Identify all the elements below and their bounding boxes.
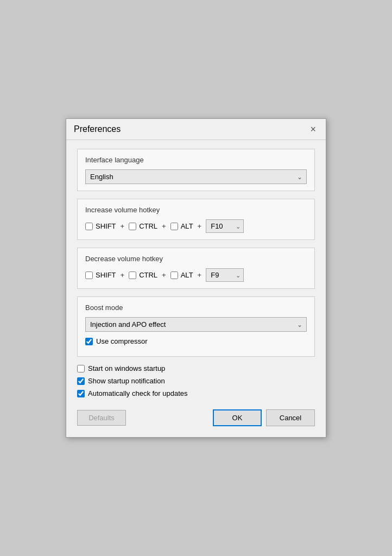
start-on-startup-label[interactable]: Start on windows startup: [77, 364, 315, 372]
decrease-ctrl-checkbox[interactable]: [129, 271, 136, 279]
auto-check-updates-checkbox[interactable]: [77, 390, 85, 397]
use-compressor-checkbox[interactable]: [85, 338, 93, 345]
boost-mode-section: Boost mode Injection and APO effect Inje…: [77, 296, 315, 357]
increase-ctrl-checkbox-label[interactable]: CTRL: [129, 222, 157, 230]
dialog-content: Interface language English French German…: [66, 140, 326, 437]
increase-plus1: +: [121, 222, 125, 230]
button-row: Defaults OK Cancel: [77, 405, 315, 428]
ok-button[interactable]: OK: [213, 409, 262, 426]
language-select-wrapper: English French German Spanish Russian ⌄: [85, 169, 307, 184]
preferences-dialog: Preferences × Interface language English…: [66, 118, 326, 438]
auto-check-updates-text: Automatically check for updates: [88, 389, 188, 397]
increase-shift-checkbox[interactable]: [85, 223, 93, 230]
language-select[interactable]: English French German Spanish Russian: [85, 169, 307, 184]
use-compressor-text: Use compressor: [96, 337, 148, 345]
decrease-alt-text: ALT: [181, 271, 193, 279]
decrease-shift-checkbox-label[interactable]: SHIFT: [85, 271, 116, 279]
decrease-volume-hotkey-row: SHIFT + CTRL + ALT + F1F2F3F4 F5F6F7F8: [85, 268, 307, 282]
auto-check-updates-label[interactable]: Automatically check for updates: [77, 389, 315, 397]
decrease-plus3: +: [198, 271, 202, 279]
decrease-plus1: +: [121, 271, 125, 279]
close-button[interactable]: ×: [308, 124, 318, 134]
increase-key-select[interactable]: F1F2F3F4 F5F6F7F8 F9F10F11F12: [206, 219, 244, 233]
increase-plus3: +: [198, 222, 202, 230]
decrease-volume-section: Decrease volume hotkey SHIFT + CTRL + AL…: [77, 248, 315, 289]
decrease-key-select[interactable]: F1F2F3F4 F5F6F7F8 F9F10F11F12: [206, 268, 244, 282]
increase-volume-section: Increase volume hotkey SHIFT + CTRL + AL…: [77, 199, 315, 240]
boost-mode-select-wrapper: Injection and APO effect Injection only …: [85, 317, 307, 332]
increase-alt-text: ALT: [181, 222, 193, 230]
dialog-title: Preferences: [74, 124, 121, 134]
standalone-checkboxes-group: Start on windows startup Show startup no…: [77, 364, 315, 397]
increase-alt-checkbox-label[interactable]: ALT: [170, 222, 193, 230]
increase-volume-hotkey-row: SHIFT + CTRL + ALT + F1F2F3F4 F5F6F7F8: [85, 219, 307, 233]
boost-mode-label: Boost mode: [85, 304, 307, 312]
increase-ctrl-text: CTRL: [139, 222, 157, 230]
decrease-key-select-wrapper: F1F2F3F4 F5F6F7F8 F9F10F11F12 ⌄: [206, 268, 244, 282]
show-notification-checkbox[interactable]: [77, 377, 85, 385]
show-notification-label[interactable]: Show startup notification: [77, 377, 315, 385]
boost-mode-select[interactable]: Injection and APO effect Injection only …: [85, 317, 307, 332]
start-on-startup-checkbox[interactable]: [77, 365, 85, 372]
increase-alt-checkbox[interactable]: [170, 223, 178, 230]
title-bar: Preferences ×: [66, 119, 326, 140]
decrease-ctrl-checkbox-label[interactable]: CTRL: [129, 271, 157, 279]
increase-shift-checkbox-label[interactable]: SHIFT: [85, 222, 116, 230]
show-notification-text: Show startup notification: [88, 377, 165, 385]
increase-shift-text: SHIFT: [96, 222, 116, 230]
increase-key-select-wrapper: F1F2F3F4 F5F6F7F8 F9F10F11F12 ⌄: [206, 219, 244, 233]
increase-ctrl-checkbox[interactable]: [129, 223, 136, 230]
right-buttons: OK Cancel: [213, 409, 315, 426]
increase-plus2: +: [162, 222, 166, 230]
cancel-button[interactable]: Cancel: [266, 409, 315, 426]
start-on-startup-text: Start on windows startup: [88, 364, 165, 372]
decrease-shift-text: SHIFT: [96, 271, 116, 279]
increase-volume-label: Increase volume hotkey: [85, 206, 307, 214]
defaults-button[interactable]: Defaults: [77, 410, 126, 426]
decrease-ctrl-text: CTRL: [139, 271, 157, 279]
use-compressor-checkbox-label[interactable]: Use compressor: [85, 337, 307, 345]
interface-language-section: Interface language English French German…: [77, 149, 315, 191]
decrease-alt-checkbox-label[interactable]: ALT: [170, 271, 193, 279]
decrease-alt-checkbox[interactable]: [170, 271, 178, 279]
decrease-volume-label: Decrease volume hotkey: [85, 255, 307, 263]
decrease-shift-checkbox[interactable]: [85, 271, 93, 279]
interface-language-label: Interface language: [85, 156, 307, 164]
decrease-plus2: +: [162, 271, 166, 279]
